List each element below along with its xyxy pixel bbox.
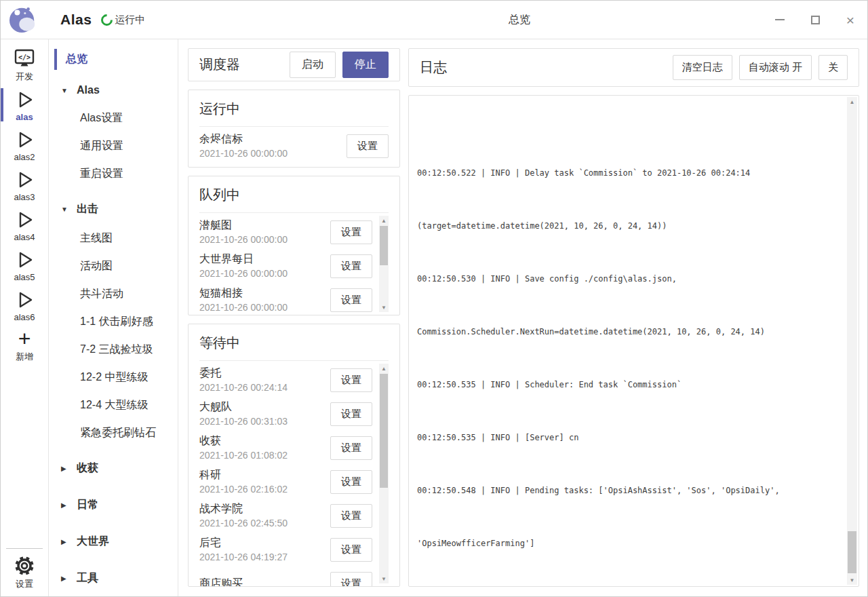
rail-item-instance[interactable]: alas6 — [1, 285, 48, 325]
close-button[interactable]: × — [842, 11, 859, 28]
waiting-list[interactable]: 委托 2021-10-26 00:24:14 设置 大舰队 2021-10-26… — [189, 361, 399, 586]
log-column: 日志 清空日志 自动滚动 开 关 00:12:50.522 | INFO | D… — [405, 39, 867, 596]
scrollbar[interactable]: ▲ ▼ — [847, 97, 857, 585]
nav-group-label: 日常 — [77, 498, 98, 512]
app-title: Alas — [60, 12, 92, 28]
nav-item[interactable]: 12-2 中型练级 — [49, 364, 178, 391]
rail-item-add[interactable]: + 新增 — [1, 325, 48, 365]
rail-item-settings[interactable]: 设置 — [1, 553, 48, 591]
nav-group-header[interactable]: ▶ 工具 — [49, 563, 178, 594]
gear-icon — [13, 554, 36, 577]
nav-item[interactable]: 通用设置 — [49, 132, 178, 160]
stop-button[interactable]: 停止 — [342, 52, 389, 78]
log-header-card: 日志 清空日志 自动滚动 开 关 — [408, 48, 859, 87]
scrollbar-thumb[interactable] — [848, 531, 856, 573]
nav-group-header[interactable]: ▶ 日常 — [49, 490, 178, 520]
task-settings-button[interactable]: 设置 — [330, 402, 372, 426]
task-settings-button[interactable]: 设置 — [330, 288, 372, 312]
maximize-button[interactable] — [806, 11, 824, 28]
log-viewport[interactable]: 00:12:50.522 | INFO | Delay task `Commis… — [417, 100, 840, 581]
nav-group-header[interactable]: ▶ 收获 — [49, 453, 178, 484]
rail-item-label: alas4 — [14, 232, 35, 242]
rail-item-dev[interactable]: </> 开发 — [1, 45, 48, 85]
app-window: Alas 运行中 总览 × </> 开发 — [0, 0, 868, 597]
rail-item-instance[interactable]: alas5 — [1, 245, 48, 285]
task-settings-button[interactable]: 设置 — [330, 504, 372, 528]
task-row: 短猫相接 2021-10-26 00:00:00 设置 — [199, 283, 372, 315]
pending-list[interactable]: 潜艇图 2021-10-26 00:00:00 设置 大世界每日 2021-10… — [189, 213, 399, 315]
scroll-down-icon[interactable]: ▼ — [847, 575, 857, 585]
nav-sidebar: 总览 ▼ Alas Alas设置 通用设置 — [49, 39, 178, 596]
play-icon — [14, 248, 35, 271]
rail-item-instance[interactable]: alas2 — [1, 125, 48, 165]
minimize-button[interactable] — [771, 11, 789, 28]
nav-group-header[interactable]: ▼ Alas — [49, 76, 178, 104]
task-settings-button[interactable]: 设置 — [330, 254, 372, 278]
pending-title: 队列中 — [189, 176, 399, 212]
scrollbar-thumb[interactable] — [380, 226, 388, 265]
nav-item[interactable]: 主线图 — [49, 225, 178, 252]
task-name: 潜艇图 — [199, 218, 288, 233]
task-settings-button[interactable]: 设置 — [330, 368, 372, 392]
scrollbar[interactable]: ▲ ▼ — [379, 216, 389, 312]
nav-group-label: Alas — [77, 84, 100, 96]
log-off-button[interactable]: 关 — [818, 55, 848, 80]
task-name: 大舰队 — [199, 400, 288, 415]
brand: Alas 运行中 — [1, 5, 145, 34]
running-list: 余烬信标 2021-10-26 00:00:00 设置 — [189, 127, 399, 167]
nav-group: ▶ 大世界 — [49, 526, 178, 557]
nav-group-header[interactable]: ▶ 大世界 — [49, 526, 178, 557]
task-row: 委托 2021-10-26 00:24:14 设置 — [199, 363, 372, 397]
rail-item-label: 设置 — [16, 578, 33, 590]
status-label: 运行中 — [115, 14, 145, 26]
nav-item[interactable]: 重启设置 — [49, 160, 178, 188]
window-title: 总览 — [509, 13, 530, 27]
scroll-down-icon[interactable]: ▼ — [379, 303, 389, 312]
plus-icon: + — [18, 327, 31, 350]
task-settings-button[interactable]: 设置 — [330, 220, 372, 244]
alas-logo-icon — [9, 5, 37, 34]
rail-item-instance[interactable]: alas — [1, 85, 48, 125]
nav-item[interactable]: Alas设置 — [49, 104, 178, 132]
task-settings-button[interactable]: 设置 — [330, 436, 372, 460]
scroll-up-icon[interactable]: ▲ — [379, 364, 389, 373]
rail-item-instance[interactable]: alas4 — [1, 205, 48, 245]
nav-group-header[interactable]: ▼ 出击 — [49, 194, 178, 225]
nav-item[interactable]: 共斗活动 — [49, 280, 178, 308]
close-icon: × — [846, 13, 854, 27]
scrollbar-thumb[interactable] — [380, 374, 388, 488]
nav-group: ▶ 收获 — [49, 453, 178, 484]
pending-card: 队列中 潜艇图 2021-10-26 00:00:00 设置 — [188, 176, 400, 315]
nav-item[interactable]: 紧急委托刷钻石 — [49, 419, 178, 447]
nav-item[interactable]: 1-1 伏击刷好感 — [49, 308, 178, 336]
autoscroll-toggle-button[interactable]: 自动滚动 开 — [739, 55, 812, 80]
log-line: 'OpsiMeowfficerFarming'] — [417, 537, 840, 551]
instance-rail: </> 开发 alas — [1, 39, 49, 596]
nav-item[interactable]: 7-2 三战捡垃圾 — [49, 336, 178, 364]
scroll-down-icon[interactable]: ▼ — [379, 574, 389, 583]
nav-item-overview[interactable]: 总览 — [54, 49, 178, 70]
task-time: 2021-10-26 02:16:02 — [199, 482, 288, 496]
scheduler-card: 调度器 启动 停止 — [188, 48, 400, 81]
task-name: 科研 — [199, 467, 288, 482]
scrollbar[interactable]: ▲ ▼ — [379, 364, 389, 583]
nav-group-label: 出击 — [77, 202, 98, 216]
expand-arrow-icon: ▼ — [61, 87, 69, 94]
task-settings-button[interactable]: 设置 — [347, 134, 389, 158]
nav-item[interactable]: 12-4 大型练级 — [49, 391, 178, 419]
scroll-up-icon[interactable]: ▲ — [847, 97, 857, 107]
scroll-up-icon[interactable]: ▲ — [379, 216, 389, 225]
start-button[interactable]: 启动 — [290, 52, 336, 78]
task-row: 后宅 2021-10-26 04:19:27 设置 — [199, 533, 372, 566]
clear-log-button[interactable]: 清空日志 — [673, 55, 732, 80]
log-line: 00:12:50.535 | INFO | [Server] cn — [417, 431, 840, 445]
scheduler-title: 调度器 — [199, 56, 240, 74]
nav-item[interactable]: 活动图 — [49, 252, 178, 280]
rail-item-instance[interactable]: alas3 — [1, 165, 48, 205]
log-line: (target=datetime.datetime(2021, 10, 26, … — [417, 220, 840, 233]
task-settings-button[interactable]: 设置 — [330, 470, 372, 494]
task-name: 战术学院 — [199, 501, 288, 516]
task-time: 2021-10-26 02:45:50 — [199, 516, 288, 530]
task-settings-button[interactable]: 设置 — [330, 538, 372, 562]
task-settings-button[interactable]: 设置 — [330, 572, 372, 587]
